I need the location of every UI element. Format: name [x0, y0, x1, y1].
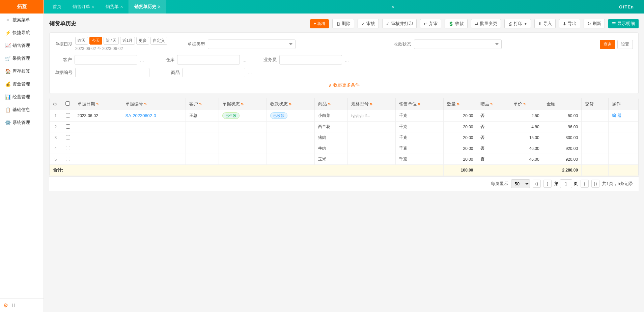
tabs-close-all[interactable]: ✕	[391, 4, 395, 9]
row-checkbox[interactable]	[66, 135, 70, 139]
export-icon: ⬇	[563, 21, 566, 26]
collect-status-select[interactable]	[414, 40, 502, 49]
sidebar-item-sales-mgmt[interactable]: 📈 销售管理	[0, 39, 44, 52]
refresh-button[interactable]: ↻ 刷新	[584, 19, 605, 28]
col-settings[interactable]: ⚙	[50, 98, 62, 110]
sort-gift[interactable]: 赠品 ⇅	[480, 101, 493, 107]
sort-icon-collect-status: ⇅	[289, 102, 291, 106]
doc-number-link[interactable]: SA-20230602-0	[125, 113, 156, 118]
doc-number-input[interactable]	[75, 68, 149, 77]
sort-spec-type[interactable]: 规格型号 ⇅	[351, 101, 372, 107]
row-doc-date: 2023-06-02	[74, 110, 122, 122]
sidebar-item-purchase-mgmt[interactable]: 🛒 采购管理	[0, 52, 44, 65]
prev-page-btn[interactable]: ⟨	[543, 180, 552, 188]
salesperson-dots[interactable]: ...	[345, 57, 349, 62]
warehouse-label: 仓库	[158, 57, 174, 63]
sort-doc-date[interactable]: 单据日期 ⇅	[78, 101, 99, 107]
new-button[interactable]: + 新增	[310, 19, 329, 28]
warehouse-dots[interactable]: ...	[243, 57, 247, 62]
first-page-btn[interactable]: ⟨⟨	[533, 180, 541, 188]
doc-status-badge: 已生效	[222, 112, 240, 119]
sort-collect-status[interactable]: 收款状态 ⇅	[270, 101, 291, 107]
tab-sales-order[interactable]: 销售订单 ✕	[67, 0, 100, 14]
more-action[interactable]: 器	[617, 113, 621, 118]
customer-input[interactable]	[75, 55, 137, 64]
audit-print-button[interactable]: ✓ 审核并打印	[382, 19, 417, 28]
sidebar-item-finance[interactable]: 💰 资金管理	[0, 78, 44, 90]
date-btn-1month[interactable]: 近1月	[120, 37, 135, 45]
page-input[interactable]	[560, 179, 572, 188]
settings-btn[interactable]: 设置	[617, 40, 633, 49]
table-settings-icon[interactable]: ⚙	[53, 102, 57, 107]
goods-input[interactable]	[183, 68, 245, 77]
tab-sales-order-close[interactable]: ✕	[91, 5, 94, 9]
sort-customer[interactable]: 客户 ⇅	[189, 101, 202, 107]
row-checkbox[interactable]	[66, 157, 70, 161]
toolbar: + 新增 🗑 删除 ✓ 审核 ✓ 审核并打印 ↩ 弃审	[310, 19, 639, 28]
customer-dots[interactable]: ...	[140, 57, 144, 62]
sort-unit-price[interactable]: 单价 ⇅	[513, 101, 526, 107]
export-button[interactable]: ⬇ 导出	[559, 19, 580, 28]
date-btn-today[interactable]: 今天	[89, 37, 102, 45]
tab-sales-delivery-close[interactable]: ✕	[120, 5, 123, 9]
sidebar-item-basic-info[interactable]: 📋 基础信息	[0, 103, 44, 116]
col-amount-label: 金额	[547, 101, 555, 106]
date-btn-yesterday[interactable]: 昨天	[75, 37, 88, 45]
audit-button[interactable]: ✓ 审核	[358, 19, 379, 28]
sort-doc-status[interactable]: 单据状态 ⇅	[222, 101, 244, 107]
salesperson-input[interactable]	[279, 55, 342, 64]
sidebar-item-quick-nav[interactable]: ⚡ 快捷导航	[0, 26, 44, 39]
sort-goods[interactable]: 商品 ⇅	[318, 101, 331, 107]
row-checkbox[interactable]	[66, 124, 70, 129]
per-page-label: 每页显示	[491, 181, 508, 187]
sidebar: 拓蓋 ≡ 搜索菜单 ⚡ 快捷导航 📈 销售管理 🛒 采购管理 🏠 库存核算 💰 …	[0, 0, 44, 312]
date-btn-7days[interactable]: 近7天	[104, 37, 119, 45]
tab-home[interactable]: 首页	[47, 0, 67, 14]
per-page-select[interactable]: 20 50 100	[511, 179, 530, 188]
table-footer: 每页显示 20 50 100 ⟨⟨ ⟨ 第 页 ⟩ ⟩⟩ 共1页，5条记录	[49, 176, 639, 191]
edit-action[interactable]: 编	[612, 113, 616, 118]
row-checkbox[interactable]	[66, 113, 70, 118]
date-btn-custom[interactable]: 自定义	[150, 37, 167, 45]
import-button[interactable]: ⬆ 导入	[534, 19, 556, 28]
collapse-label: 收起更多条件	[333, 82, 360, 88]
date-btn-more[interactable]: 更多	[136, 37, 149, 45]
sidebar-item-inventory[interactable]: 🏠 库存核算	[0, 65, 44, 78]
next-page-btn[interactable]: ⟩	[581, 180, 589, 188]
row-quantity: 20.00	[444, 110, 477, 122]
doc-type-select[interactable]	[208, 40, 296, 49]
abandon-button[interactable]: ↩ 弃审	[420, 19, 441, 28]
row-goods: 玉米	[315, 154, 348, 165]
sidebar-item-search-menu[interactable]: ≡ 搜索菜单	[0, 14, 44, 26]
tab-sales-history[interactable]: 销货单历史 ✕	[129, 0, 166, 14]
col-doc-number-label: 单据编号	[125, 101, 143, 107]
query-button[interactable]: 查询	[600, 40, 615, 49]
collapse-button[interactable]: ∧ 收起更多条件	[55, 81, 633, 89]
batch-change-icon: ⇄	[475, 21, 478, 26]
last-page-btn[interactable]: ⟩⟩	[591, 180, 599, 188]
row-actions-cell	[608, 132, 638, 143]
sidebar-settings-icon[interactable]: ⚙	[3, 302, 8, 309]
sidebar-item-sys-mgmt[interactable]: ⚙️ 系统管理	[0, 116, 44, 129]
row-transaction	[582, 143, 608, 154]
collect-button[interactable]: 💲 收款	[445, 19, 468, 28]
row-checkbox[interactable]	[66, 146, 70, 150]
batch-change-button[interactable]: ⇄ 批量变更	[471, 19, 501, 28]
sidebar-collapse-icon[interactable]: ⏸	[11, 303, 16, 309]
show-detail-button[interactable]: ☰ 显示明细	[608, 19, 639, 28]
select-all-checkbox[interactable]	[65, 101, 70, 106]
tab-sales-delivery[interactable]: 销货单 ✕	[100, 0, 129, 14]
row-goods: 小白菜	[315, 110, 348, 122]
tab-sales-history-close[interactable]: ✕	[158, 5, 161, 9]
sort-sales-unit[interactable]: 销售单位 ⇅	[399, 101, 420, 107]
sidebar-item-operations[interactable]: 📊 经营管理	[0, 90, 44, 103]
goods-dots[interactable]: ...	[248, 70, 252, 75]
collect-icon: 💲	[448, 21, 454, 26]
sort-doc-number[interactable]: 单据编号 ⇅	[125, 101, 147, 107]
delete-button[interactable]: 🗑 删除	[332, 19, 354, 28]
date-section: 昨天 今天 近7天 近1月 更多 自定义 2023-06-02 至 2023-0…	[75, 37, 167, 52]
warehouse-input[interactable]	[177, 55, 240, 64]
print-button[interactable]: 🖨 打印 ▼	[504, 19, 531, 28]
sort-quantity[interactable]: 数量 ⇅	[447, 101, 459, 107]
row-collect-status	[267, 132, 315, 143]
